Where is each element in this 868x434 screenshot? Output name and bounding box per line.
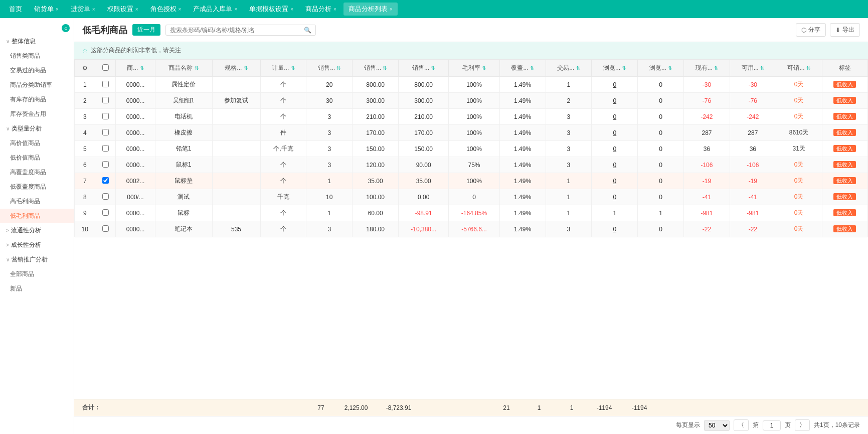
browse1-link[interactable]: 0 <box>613 81 616 88</box>
table-row: 20000...吴细细1参加复试个30300.00300.00100%1.49%… <box>75 93 868 109</box>
sidebar-item-低毛利商品[interactable]: 低毛利商品 <box>0 209 74 223</box>
row-checkbox[interactable] <box>102 209 109 216</box>
table-header-12[interactable]: 浏览... ⇅ <box>592 60 638 77</box>
sidebar-item-高毛利商品[interactable]: 高毛利商品 <box>0 194 74 209</box>
table-header-9[interactable]: 毛利率 ⇅ <box>449 60 499 77</box>
page-size-select[interactable]: 50 100 200 <box>704 420 730 431</box>
stock: 287 <box>684 125 730 141</box>
sidebar-group-整体信息[interactable]: ∨整体信息 <box>0 34 74 49</box>
row-checkbox[interactable] <box>102 225 109 232</box>
row-checkbox[interactable] <box>102 129 109 135</box>
sidebar-item-新品[interactable]: 新品 <box>0 281 74 296</box>
table-header-13[interactable]: 浏览... ⇅ <box>638 60 684 77</box>
sales-amount: 90.00 <box>399 157 449 173</box>
gross-margin: 1.49% <box>499 93 546 109</box>
export-button[interactable]: ⬇ 导出 <box>830 23 860 37</box>
sidebar-group-类型量分析[interactable]: ∨类型量分析 <box>0 121 74 136</box>
sidebar-collapse-button[interactable]: « <box>62 24 70 32</box>
sidebar-item-商品分类助销率[interactable]: 商品分类助销率 <box>0 78 74 92</box>
product-unit: 个 <box>260 205 306 221</box>
search-input[interactable] <box>170 27 302 34</box>
coverage: 1 <box>546 189 592 205</box>
search-icon[interactable]: 🔍 <box>304 27 311 34</box>
table-header-6[interactable]: 销售... ⇅ <box>306 60 353 77</box>
nav-item-权限设置[interactable]: 权限设置× <box>102 3 143 16</box>
table-row: 8000/...测试千克10100.000.0001.49%100-41-410… <box>75 189 868 205</box>
nav-item-首页[interactable]: 首页 <box>4 3 27 16</box>
browse1-link[interactable]: 0 <box>613 162 616 169</box>
nav-close-icon[interactable]: × <box>179 7 182 12</box>
browse1-link[interactable]: 0 <box>613 146 616 153</box>
gross-margin: 1.49% <box>499 141 546 157</box>
row-checkbox[interactable] <box>102 177 109 184</box>
sort-icon: ⇅ <box>291 65 295 71</box>
table-header-15[interactable]: 可用... ⇅ <box>730 60 776 77</box>
sidebar-item-交易过的商品[interactable]: 交易过的商品 <box>0 63 74 78</box>
browse1-link[interactable]: 0 <box>613 178 616 185</box>
nav-close-icon[interactable]: × <box>135 7 138 12</box>
row-checkbox[interactable] <box>102 193 109 200</box>
row-checkbox[interactable] <box>102 81 109 87</box>
nav-item-单据模板设置[interactable]: 单据模板设置× <box>244 3 298 16</box>
nav-item-商品分析列表[interactable]: 商品分析列表× <box>343 3 398 16</box>
table-header-17: 标签 <box>822 60 867 77</box>
days: 0天 <box>776 173 822 189</box>
nav-close-icon[interactable]: × <box>290 7 293 12</box>
sidebar-item-销售类商品[interactable]: 销售类商品 <box>0 49 74 63</box>
sidebar-group-营销推广分析[interactable]: ∨营销推广分析 <box>0 252 74 267</box>
nav-item-产成品入库单[interactable]: 产成品入库单× <box>188 3 242 16</box>
tag-badge: 低收入 <box>833 113 856 120</box>
sidebar-item-库存资金占用[interactable]: 库存资金占用 <box>0 107 74 121</box>
nav-item-角色授权[interactable]: 角色授权× <box>145 3 187 16</box>
sidebar-group-成长性分析[interactable]: >成长性分析 <box>0 238 74 252</box>
browse1-link[interactable]: 0 <box>613 129 616 136</box>
share-button[interactable]: ⬡ 分享 <box>796 23 826 37</box>
row-checkbox[interactable] <box>102 145 109 152</box>
nav-item-进货单[interactable]: 进货单× <box>66 3 100 16</box>
sidebar-item-有库存的商品[interactable]: 有库存的商品 <box>0 92 74 107</box>
browse1-link[interactable]: 0 <box>613 97 616 104</box>
browse1-link[interactable]: 0 <box>613 194 616 201</box>
nav-close-icon[interactable]: × <box>390 7 393 12</box>
browse1-link[interactable]: 1 <box>613 210 616 217</box>
stock: 36 <box>684 141 730 157</box>
table-header-2[interactable]: 商... ⇅ <box>116 60 155 77</box>
nav-close-icon[interactable]: × <box>333 7 336 12</box>
table-header-8[interactable]: 销售... ⇅ <box>399 60 449 77</box>
nav-close-icon[interactable]: × <box>234 7 237 12</box>
days: 31天 <box>776 141 822 157</box>
sales-qty: 3 <box>306 221 353 237</box>
time-filter-button[interactable]: 近一月 <box>132 24 160 36</box>
sidebar-item-高覆盖度商品[interactable]: 高覆盖度商品 <box>0 165 74 180</box>
table-header-7[interactable]: 销售... ⇅ <box>353 60 399 77</box>
sidebar-item-高价值商品[interactable]: 高价值商品 <box>0 136 74 151</box>
nav-close-icon[interactable]: × <box>92 7 95 12</box>
row-checkbox[interactable] <box>102 97 109 103</box>
browse1-link[interactable]: 0 <box>613 226 616 233</box>
product-name: 测试 <box>155 189 212 205</box>
select-all-checkbox[interactable] <box>102 64 109 71</box>
product-spec: 参加复试 <box>212 93 260 109</box>
nav-item-商品分析[interactable]: 商品分析× <box>300 3 341 16</box>
sidebar-item-全部商品[interactable]: 全部商品 <box>0 267 74 281</box>
nav-item-销货单[interactable]: 销货单× <box>29 3 64 16</box>
next-page-button[interactable]: 〉 <box>795 419 810 431</box>
table-header-5[interactable]: 计量... ⇅ <box>260 60 306 77</box>
table-header-10[interactable]: 覆盖... ⇅ <box>499 60 546 77</box>
sidebar-item-低覆盖度商品[interactable]: 低覆盖度商品 <box>0 180 74 194</box>
table-header-16[interactable]: 可销... ⇅ <box>776 60 822 77</box>
page-label: 第 <box>753 421 759 429</box>
sidebar-item-低价值商品[interactable]: 低价值商品 <box>0 151 74 165</box>
table-header-3[interactable]: 商品名称 ⇅ <box>155 60 212 77</box>
page-number-input[interactable] <box>763 420 781 430</box>
table-header-11[interactable]: 交易... ⇅ <box>546 60 592 77</box>
sidebar-group-流通性分析[interactable]: >流通性分析 <box>0 223 74 238</box>
row-checkbox[interactable] <box>102 161 109 168</box>
browse1-link[interactable]: 0 <box>613 113 616 120</box>
table-header-4[interactable]: 规格... ⇅ <box>212 60 260 77</box>
row-checkbox[interactable] <box>102 113 109 119</box>
nav-close-icon[interactable]: × <box>56 7 59 12</box>
gross-margin: 1.49% <box>499 77 546 93</box>
table-header-14[interactable]: 现有... ⇅ <box>684 60 730 77</box>
prev-page-button[interactable]: 〈 <box>734 419 749 431</box>
